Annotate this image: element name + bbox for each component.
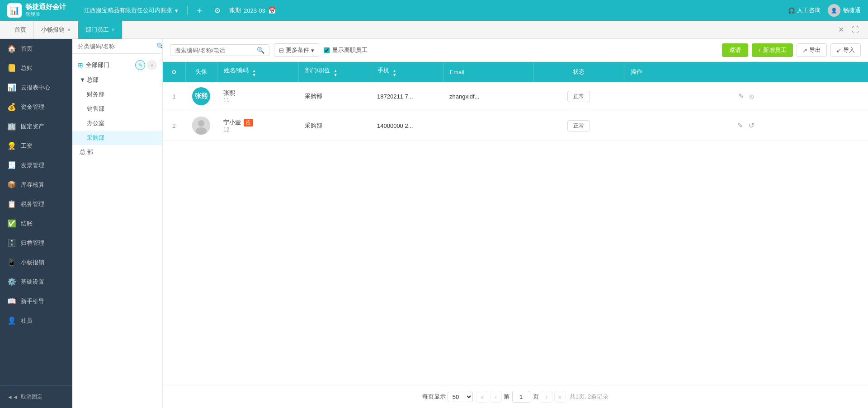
service-button[interactable]: 🎧 人工咨询 [788, 6, 821, 14]
row-email-1: zhangxidf... [443, 82, 533, 111]
dept-purchase-label: 采购部 [87, 134, 104, 141]
settings-button[interactable]: ⚙ [211, 4, 224, 17]
dept-finance[interactable]: 财务部 [72, 87, 162, 102]
employee-panel: 🔍 ⊟ 更多条件 ▾ 显示离职员工 邀请 + 新增员工 [163, 39, 868, 408]
exit-button-1[interactable]: ⎋ [750, 93, 754, 100]
sidebar-item-ledger[interactable]: 📒 总账 [0, 58, 72, 78]
head-office-label: 总部 [87, 76, 99, 83]
sidebar-item-inventory[interactable]: 📦 库存核算 [0, 175, 72, 194]
filter-button[interactable]: ⊟ 更多条件 ▾ [274, 43, 319, 57]
report-icon: 📊 [7, 83, 16, 92]
emp-code-1: 11 [223, 97, 292, 103]
row-status-2: 正常 [533, 111, 624, 141]
close-icon: ✅ [7, 219, 16, 228]
action-btns-1: ✎ ⎋ [630, 92, 862, 100]
sidebar-item-report[interactable]: 📊 云报表中心 [0, 78, 72, 97]
import-button[interactable]: ↙ 导入 [830, 43, 861, 57]
sidebar-item-asset[interactable]: 🏢 固定资产 [0, 117, 72, 136]
th-phone[interactable]: 手机 ▲▼ [371, 62, 443, 82]
tab-expense[interactable]: 小畅报销 × [34, 21, 78, 39]
export-button[interactable]: ↗ 导出 [797, 43, 827, 57]
row-name-2: 宁小壹 应 12 [217, 111, 298, 141]
row-actions-1: ✎ ⎋ [624, 82, 868, 111]
edit-button-2[interactable]: ✎ [737, 122, 743, 130]
sidebar-item-salary[interactable]: 👷 工资 [0, 136, 72, 155]
dept-office[interactable]: 办公室 [72, 116, 162, 131]
dept-search-input[interactable] [78, 43, 154, 50]
dept-office-label: 办公室 [87, 120, 104, 127]
sidebar-item-invoice[interactable]: 🧾 发票管理 [0, 155, 72, 175]
refresh-button-2[interactable]: ↺ [749, 122, 755, 130]
table-row: 2 [163, 111, 868, 141]
emp-name-1: 张熙 [223, 89, 292, 97]
sidebar-item-settings[interactable]: ⚙️ 基础设置 [0, 272, 72, 291]
emp-tag-2: 应 [244, 119, 253, 127]
show-resigned-checkbox[interactable] [324, 47, 330, 53]
dept-head-office[interactable]: ▼ 总部 [72, 73, 162, 87]
emp-code-2: 12 [223, 127, 292, 133]
add-employee-button[interactable]: + 新增员工 [752, 43, 793, 57]
cancel-fixed-button[interactable]: ◄◄ 取消固定 [7, 390, 65, 403]
export-label: 导出 [809, 46, 821, 54]
tab-dept-close[interactable]: × [112, 27, 115, 33]
expense-icon: 📱 [7, 258, 16, 267]
sidebar-member-label: 社员 [21, 317, 33, 325]
sidebar-item-tax[interactable]: 📋 税务管理 [0, 194, 72, 214]
page-number-input[interactable] [512, 391, 530, 403]
per-page-dropdown[interactable]: 50 10 20 100 [448, 392, 473, 402]
th-email: Email [443, 62, 533, 82]
tab-home[interactable]: 首页 [7, 21, 34, 39]
sidebar-item-expense[interactable]: 📱 小畅报销 [0, 253, 72, 272]
th-dept[interactable]: 部门/职位 ▲▼ [298, 62, 371, 82]
sidebar-tax-label: 税务管理 [21, 200, 44, 208]
sidebar-item-guide[interactable]: 📖 新手引导 [0, 291, 72, 311]
sidebar-salary-label: 工资 [21, 142, 33, 150]
last-page-button[interactable]: » [554, 391, 566, 403]
settings-icon: ⚙️ [7, 277, 16, 286]
first-page-button[interactable]: « [476, 391, 488, 403]
default-avatar-svg [192, 117, 210, 135]
search-icon[interactable]: 🔍 [257, 47, 264, 54]
add-tab-button[interactable]: ＋ [193, 4, 206, 17]
company-selector[interactable]: 江西服宝精品有限责任公司内账张 ▾ [80, 5, 182, 16]
service-label: 人工咨询 [797, 6, 821, 14]
search-input[interactable] [175, 47, 254, 54]
headset-icon: 🎧 [788, 7, 795, 14]
sidebar-item-home[interactable]: 🏠 首页 [0, 39, 72, 58]
user-area[interactable]: 👤 畅捷通 [828, 4, 861, 17]
tab-dept-employee[interactable]: 部门员工 × [78, 21, 123, 39]
next-page-button[interactable]: › [541, 391, 552, 403]
close-window-button[interactable]: ✕ [835, 24, 846, 35]
name-code-2: 宁小壹 应 12 [223, 118, 292, 133]
top-right: 🎧 人工咨询 👤 畅捷通 [788, 4, 861, 17]
dept-edit-button[interactable]: ✎ [135, 60, 145, 70]
tax-icon: 📋 [7, 200, 16, 208]
sidebar-settings-label: 基础设置 [21, 278, 44, 286]
sidebar-item-fund[interactable]: 💰 资金管理 [0, 97, 72, 117]
sidebar-item-close[interactable]: ✅ 结账 [0, 214, 72, 233]
maximize-window-button[interactable]: ⛶ [850, 24, 861, 35]
sidebar-item-member[interactable]: 👤 社员 [0, 311, 72, 330]
dept-general[interactable]: 总 部 [72, 145, 162, 159]
dropdown-icon: ▾ [175, 7, 178, 14]
invoice-icon: 🧾 [7, 161, 16, 169]
arrow-down-icon: ▼ [80, 76, 87, 83]
dept-collapse-button[interactable]: « [147, 60, 157, 70]
row-dept-2: 采购部 [298, 111, 371, 141]
prev-page-button[interactable]: ‹ [490, 391, 502, 403]
sidebar-item-archive[interactable]: 🗄️ 归档管理 [0, 233, 72, 253]
chevron-down-icon: ▾ [311, 47, 314, 54]
svg-point-1 [198, 120, 204, 127]
invite-button[interactable]: 邀请 [722, 43, 748, 57]
sidebar-ledger-label: 总账 [21, 64, 33, 72]
home-icon: 🏠 [7, 44, 16, 53]
dept-sales[interactable]: 销售部 [72, 102, 162, 116]
dept-search-icon[interactable]: 🔍 [156, 42, 163, 50]
all-dept-header[interactable]: ⊞ 全部部门 ✎ « [72, 57, 162, 73]
calendar-icon[interactable]: 📅 [268, 7, 276, 14]
th-name[interactable]: 姓名/编码 ▲▼ [217, 62, 298, 82]
tab-expense-close[interactable]: × [67, 27, 71, 33]
th-settings[interactable]: ⚙ [163, 62, 185, 82]
dept-purchase[interactable]: 采购部 [72, 131, 162, 145]
edit-button-1[interactable]: ✎ [738, 92, 744, 100]
